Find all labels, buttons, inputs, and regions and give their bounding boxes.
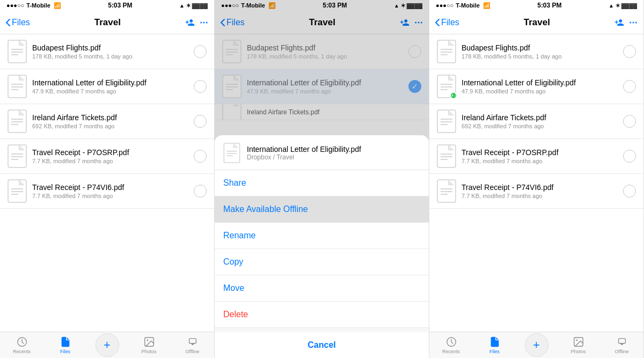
tab-files[interactable]: Files: [481, 336, 508, 354]
file-select-circle[interactable]: [194, 45, 207, 58]
add-person-icon[interactable]: [185, 18, 195, 27]
left-title: Travel: [94, 17, 121, 28]
tab-photos-label: Photos: [141, 349, 156, 354]
tab-photos[interactable]: Photos: [136, 336, 163, 354]
file-item[interactable]: Budapest Flights.pdf 178 KB, modified 5 …: [429, 34, 643, 69]
svg-rect-7: [8, 75, 26, 98]
svg-point-1: [203, 21, 205, 23]
file-select-circle[interactable]: [623, 45, 636, 58]
action-delete[interactable]: Delete: [215, 302, 429, 328]
action-share[interactable]: Share: [215, 170, 429, 196]
svg-point-44: [633, 21, 634, 23]
action-sheet-header: International Letter of Eligibility.pdf …: [215, 135, 429, 170]
svg-point-68: [576, 339, 577, 341]
file-icon: [8, 144, 27, 168]
gps-icon: ▲: [609, 3, 614, 9]
svg-point-45: [635, 21, 637, 23]
bluetooth-icon: ✶: [186, 3, 191, 9]
file-item[interactable]: International Letter of Eligibility.pdf …: [0, 69, 214, 104]
svg-rect-11: [8, 110, 26, 133]
file-select-circle[interactable]: [194, 80, 207, 93]
tab-add-button[interactable]: +: [525, 333, 548, 357]
action-make-offline[interactable]: Make Available Offline: [215, 196, 429, 223]
tab-recents[interactable]: Recents: [9, 336, 35, 354]
tab-recents[interactable]: Recents: [438, 336, 465, 354]
gps-icon: ▲: [179, 3, 185, 9]
file-info: Budapest Flights.pdf 178 KB, modified 5 …: [462, 43, 618, 60]
file-item[interactable]: Travel Receipt - P74VI6.pdf 7.7 KB, modi…: [0, 174, 214, 209]
tab-offline[interactable]: Offline: [179, 336, 206, 354]
files-icon: [60, 336, 71, 348]
files-icon: [489, 336, 501, 348]
left-nav-bar: Files Travel: [0, 11, 214, 34]
file-item[interactable]: Travel Receipt - P74VI6.pdf 7.7 KB, modi…: [429, 174, 643, 209]
sheet-header-info: International Letter of Eligibility.pdf …: [247, 145, 361, 161]
file-icon: [8, 109, 27, 133]
sheet-file-icon: [223, 143, 240, 163]
file-name: Ireland Airfare Tickets.pdf: [462, 113, 618, 122]
right-nav-bar: Files Travel: [429, 11, 643, 34]
action-move[interactable]: Move: [215, 275, 429, 302]
tab-add-button[interactable]: +: [96, 333, 119, 357]
file-info: Ireland Airfare Tickets.pdf 692 KB, modi…: [462, 113, 618, 129]
file-name: Budapest Flights.pdf: [32, 43, 188, 52]
file-name: Ireland Airfare Tickets.pdf: [32, 113, 188, 122]
left-time: 5:03 PM: [108, 2, 132, 9]
file-meta: 692 KB, modified 7 months ago: [32, 123, 188, 129]
file-item[interactable]: International Letter of Eligibility.pdf …: [429, 69, 643, 104]
right-carrier: ●●●○○ T-Mobile 📶: [436, 2, 491, 9]
file-info: Travel Receipt - P7OSRP.pdf 7.7 KB, modi…: [32, 148, 188, 164]
svg-rect-58: [437, 145, 456, 167]
tab-files-label: Files: [489, 349, 500, 354]
svg-point-43: [630, 21, 631, 23]
file-item[interactable]: Budapest Flights.pdf 178 KB, modified 5 …: [0, 34, 214, 69]
offline-badge: [450, 92, 457, 99]
action-cancel[interactable]: Cancel: [215, 332, 429, 358]
file-meta: 47.9 KB, modified 7 months ago: [32, 88, 188, 94]
action-sheet-overlay[interactable]: International Letter of Eligibility.pdf …: [215, 0, 429, 358]
more-icon[interactable]: [199, 18, 209, 27]
file-icon: [437, 179, 456, 203]
action-copy[interactable]: Copy: [215, 249, 429, 275]
tab-photos[interactable]: Photos: [565, 336, 592, 354]
file-select-circle[interactable]: [623, 150, 636, 163]
svg-rect-69: [618, 339, 625, 344]
file-select-circle[interactable]: [194, 115, 207, 128]
file-select-circle[interactable]: [623, 115, 636, 128]
tab-offline[interactable]: Offline: [609, 336, 635, 354]
right-file-list: Budapest Flights.pdf 178 KB, modified 5 …: [429, 34, 643, 332]
svg-rect-3: [8, 40, 26, 63]
svg-rect-39: [224, 143, 239, 163]
file-info: Travel Receipt - P74VI6.pdf 7.7 KB, modi…: [32, 183, 188, 199]
file-info: Budapest Flights.pdf 178 KB, modified 5 …: [32, 43, 188, 60]
svg-point-2: [206, 21, 208, 23]
file-select-circle[interactable]: [194, 150, 207, 163]
right-panel: ●●●○○ T-Mobile 📶 5:03 PM ▲ ✶ ▓▓▓▓ Files …: [429, 0, 644, 358]
file-meta: 7.7 KB, modified 7 months ago: [462, 193, 618, 199]
tab-offline-label: Offline: [186, 349, 200, 354]
left-right-actions: [185, 18, 209, 27]
action-rename[interactable]: Rename: [215, 223, 429, 249]
left-back-button[interactable]: Files: [5, 18, 30, 27]
svg-rect-46: [437, 40, 456, 63]
file-select-circle[interactable]: [623, 80, 636, 93]
file-item[interactable]: Ireland Airfare Tickets.pdf 692 KB, modi…: [429, 104, 643, 139]
right-back-button[interactable]: Files: [435, 18, 459, 27]
signal-dots: ●●●○○: [436, 2, 453, 9]
add-person-icon[interactable]: [614, 18, 624, 27]
tab-recents-label: Recents: [442, 349, 460, 354]
file-info: Travel Receipt - P74VI6.pdf 7.7 KB, modi…: [462, 183, 618, 199]
right-back-label: Files: [441, 18, 459, 27]
action-sheet: International Letter of Eligibility.pdf …: [215, 135, 429, 358]
file-select-circle[interactable]: [623, 185, 636, 198]
tab-files[interactable]: Files: [52, 336, 79, 354]
file-select-circle[interactable]: [194, 185, 207, 198]
file-icon: [437, 75, 456, 98]
file-item[interactable]: Ireland Airfare Tickets.pdf 692 KB, modi…: [0, 104, 214, 139]
file-item[interactable]: Travel Receipt - P7OSRP.pdf 7.7 KB, modi…: [429, 139, 643, 174]
file-item[interactable]: Travel Receipt - P7OSRP.pdf 7.7 KB, modi…: [0, 139, 214, 174]
battery-icon: ▓▓▓▓: [192, 3, 208, 9]
file-meta: 178 KB, modified 5 months, 1 day ago: [462, 53, 618, 60]
more-icon[interactable]: [628, 18, 638, 27]
file-info: Ireland Airfare Tickets.pdf 692 KB, modi…: [32, 113, 188, 129]
